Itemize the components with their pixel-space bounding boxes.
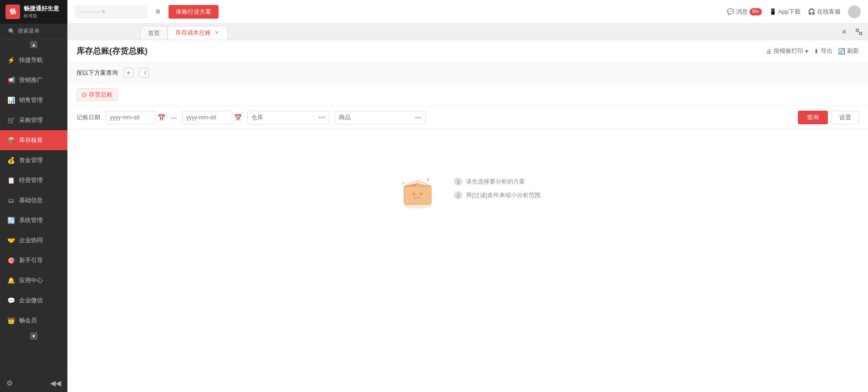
sidebar-item-marketing[interactable]: 📢 营销推广 [0, 70, 67, 90]
sidebar-item-newbie[interactable]: 🎯 新手引导 [0, 250, 67, 270]
topbar-left: — — — ▾ ⚙ 体验行业方案 [75, 5, 219, 19]
date-start-input[interactable] [106, 111, 156, 124]
scroll-down-btn[interactable]: ▼ [30, 332, 37, 340]
svg-text:✦: ✦ [402, 181, 405, 186]
print-chevron-icon: ▾ [805, 48, 808, 55]
sidebar-item-basic-info[interactable]: 🗂 基础信息 [0, 190, 67, 210]
warehouse-label: 仓库 [251, 113, 317, 122]
breadcrumb[interactable]: — — — ▾ [75, 5, 148, 19]
product-label: 商品 [339, 113, 413, 122]
app-download-btn[interactable]: 📱 App下载 [769, 8, 801, 16]
scheme-tag-label: 存货总账 [89, 91, 112, 99]
sidebar-item-member[interactable]: 👑 畅会员 [0, 311, 67, 331]
sidebar-item-system[interactable]: 🔄 系统管理 [0, 210, 67, 230]
sidebar-item-cooperation[interactable]: 🤝 企业协同 [0, 230, 67, 250]
print-icon: 🖨 [766, 48, 772, 55]
query-btn[interactable]: 查询 [798, 111, 828, 124]
sidebar-search[interactable]: 🔍 搜索菜单 [0, 24, 67, 39]
message-label: 消息 [736, 8, 748, 16]
online-service-btn[interactable]: 🎧 在线客服 [808, 8, 841, 16]
sidebar-item-inventory[interactable]: 📦 库存核算 [0, 130, 67, 150]
page-header-actions: 🖨 按模板打印 ▾ ⬇ 导出 🔄 刷新 [766, 47, 859, 55]
date-end-wrap: 📅 [182, 111, 242, 124]
app-center-label: 应用中心 [19, 276, 43, 285]
finance-label: 资金管理 [19, 156, 43, 164]
sidebar-item-operation[interactable]: 📋 经营管理 [0, 170, 67, 190]
message-btn[interactable]: 💬 消息 99+ [727, 8, 762, 16]
page-title: 库存总账(存货总账) [77, 46, 148, 56]
empty-state-content: ✦ ✦ 1 请先选择要分析的方案 2 用[过滤]条件来缩小分析范围 [395, 166, 540, 211]
filter-collapse-btn[interactable]: 《 [139, 68, 149, 78]
sidebar-item-quick-nav[interactable]: ⚡ 快捷导航 [0, 50, 67, 70]
sales-icon: 📊 [6, 96, 15, 105]
date-end-input[interactable] [182, 111, 232, 124]
print-btn[interactable]: 🖨 按模板打印 ▾ [766, 47, 808, 55]
basic-info-label: 基础信息 [19, 196, 43, 204]
page-content: 库存总账(存货总账) 🖨 按模板打印 ▾ ⬇ 导出 🔄 刷新 按以下方案查询 [67, 40, 868, 392]
refresh-btn[interactable]: 🔄 刷新 [838, 47, 859, 55]
tab-inventory-ledger[interactable]: 库存成本总账 ✕ [168, 26, 228, 40]
message-icon: 💬 [727, 8, 734, 15]
warehouse-input[interactable]: 仓库 ••• [247, 111, 329, 124]
edition-label: 标准版 [24, 13, 59, 19]
tab-home[interactable]: 首页 [140, 26, 168, 40]
product-input[interactable]: 商品 ••• [335, 111, 426, 124]
calendar-start-icon[interactable]: 📅 [158, 114, 165, 121]
warehouse-more-icon: ••• [318, 114, 325, 121]
settings-btn[interactable]: 设置 [832, 111, 859, 124]
scroll-up-btn[interactable]: ▲ [30, 41, 37, 48]
export-label: 导出 [821, 47, 832, 55]
quick-nav-label: 快捷导航 [19, 56, 43, 64]
industry-btn[interactable]: 体验行业方案 [168, 5, 219, 19]
sidebar-scroll-area: ▲ ⚡ 快捷导航 📢 营销推广 📊 销售管理 🛒 采购管理 📦 库存核算 💰 资… [0, 39, 67, 374]
scheme-icon: ⊙ [82, 91, 87, 98]
home-tab-label: 首页 [148, 29, 160, 37]
operation-label: 经营管理 [19, 176, 43, 184]
action-buttons: 查询 设置 [798, 111, 859, 124]
topbar-settings-btn[interactable]: ⚙ [151, 5, 165, 19]
message-badge: 99+ [750, 8, 762, 15]
export-btn[interactable]: ⬇ 导出 [814, 47, 832, 55]
svg-point-7 [420, 193, 423, 195]
refresh-icon: 🔄 [838, 48, 845, 55]
main-area: — — — ▾ ⚙ 体验行业方案 💬 消息 99+ 📱 App下载 🎧 在线客服 [67, 0, 868, 392]
panel-controls: ✕ [839, 24, 868, 40]
purchase-icon: 🛒 [6, 116, 15, 125]
empty-tip-1: 1 请先选择要分析的方案 [454, 178, 540, 186]
purchase-label: 采购管理 [19, 116, 43, 124]
app-download-label: App下载 [778, 8, 801, 16]
refresh-label: 刷新 [847, 47, 859, 55]
sidebar-item-sales[interactable]: 📊 销售管理 [0, 90, 67, 110]
panel-resize-btn[interactable] [853, 26, 864, 37]
marketing-label: 营销推广 [19, 76, 43, 84]
wechat-icon: 💬 [6, 296, 15, 305]
svg-rect-1 [859, 32, 862, 35]
footer-collapse-icon[interactable]: ◀◀ [50, 379, 61, 387]
sidebar-item-app-center[interactable]: 🔔 应用中心 [0, 270, 67, 290]
filter-add-btn[interactable]: ＋ [123, 68, 133, 78]
sidebar-item-purchase[interactable]: 🛒 采购管理 [0, 110, 67, 130]
tip-num-1: 1 [454, 178, 462, 186]
svg-point-6 [413, 193, 415, 195]
tab-close-btn[interactable]: ✕ [214, 30, 220, 36]
empty-tips: 1 请先选择要分析的方案 2 用[过滤]条件来缩小分析范围 [454, 178, 540, 199]
sidebar: 畅 畅捷通好生意 标准版 🔍 搜索菜单 ▲ ⚡ 快捷导航 📢 营销推广 📊 销售… [0, 0, 67, 392]
filter-scheme-tag[interactable]: ⊙ 存货总账 [77, 88, 117, 101]
panel-close-btn[interactable]: ✕ [839, 26, 850, 37]
search-label: 搜索菜单 [18, 27, 40, 35]
finance-icon: 💰 [6, 156, 15, 165]
sidebar-item-finance[interactable]: 💰 资金管理 [0, 150, 67, 170]
breadcrumb-chevron-icon: ▾ [102, 8, 105, 15]
filter-bar: 按以下方案查询 ＋ 《 [67, 62, 868, 84]
sidebar-item-wechat[interactable]: 💬 企业微信 [0, 290, 67, 311]
svg-text:✦: ✦ [426, 177, 430, 183]
sidebar-footer: ⚙ ◀◀ [0, 374, 67, 392]
online-service-label: 在线客服 [817, 8, 841, 16]
footer-settings-icon[interactable]: ⚙ [6, 379, 13, 387]
user-avatar[interactable] [848, 5, 861, 18]
calendar-end-icon[interactable]: 📅 [234, 114, 242, 121]
tabbar: 首页 库存成本总账 ✕ ✕ [67, 24, 868, 40]
newbie-icon: 🎯 [6, 256, 15, 265]
app-center-icon: 🔔 [6, 276, 15, 285]
newbie-label: 新手引导 [19, 256, 43, 265]
